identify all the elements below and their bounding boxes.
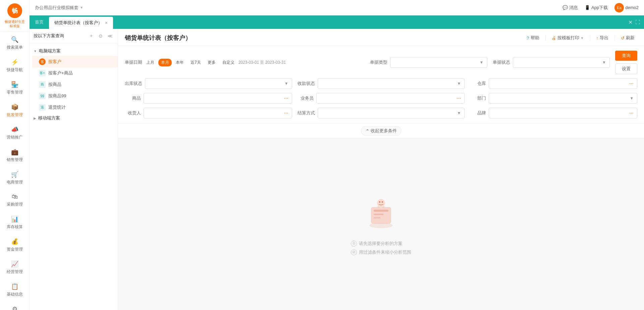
hint-num-1: ① (351, 241, 357, 247)
scheme-item-icon-sq2: 商 (39, 81, 46, 88)
logo-icon: 畅 (7, 3, 22, 18)
scheme-item-by-customer[interactable]: 客 按客户 (32, 56, 118, 67)
date-range-text: 2023-03-01 至 2023-03-31 (238, 60, 286, 65)
warehouse-control[interactable]: ··· (489, 78, 637, 89)
tab-active[interactable]: 销货单统计表（按客户） × (49, 17, 113, 29)
empty-hint-1: ① 请先选择要分析的方案 (351, 241, 411, 247)
filter-row-2: 出库状态 ▼ 收款状态 ▼ 仓库 (125, 78, 637, 89)
filter-item-date: 单据日期 上月 本月 本年 近7天 更多 自定义 2023-03-01 至 20… (125, 59, 242, 66)
payment-method-control[interactable]: ▼ (318, 108, 465, 118)
scheme-item-return-stats[interactable]: 退 退货统计 (32, 102, 118, 113)
scheme-item-by-product[interactable]: 商 按商品 (32, 79, 118, 90)
scheme-item-by-product99[interactable]: 99 按商品99 (32, 90, 118, 102)
settings-scheme-button[interactable]: ⊙ (97, 32, 104, 40)
out-status-arrow: ▼ (284, 81, 288, 86)
brand-dots[interactable]: ··· (629, 110, 634, 116)
sidebar-item-stock[interactable]: 📊 库存核算 (0, 211, 29, 234)
settings-button[interactable]: 设置 (615, 63, 637, 74)
sidebar-item-finance[interactable]: 💰 资金管理 (0, 234, 29, 256)
operations-icon: 📈 (11, 260, 18, 268)
filter-row-4: 收货人 ··· 结算方式 ▼ 品牌 (125, 108, 637, 118)
receiver-dots[interactable]: ··· (284, 110, 288, 116)
user-menu[interactable]: Ea demo2 (614, 3, 639, 12)
staff-label: 业务员 (298, 95, 314, 101)
staff-dots[interactable]: ··· (457, 95, 461, 101)
staff-control[interactable]: ··· (316, 93, 465, 104)
page-header: 销货单统计表（按客户） ? 帮助 🖨 按模板打印 ▼ ↑ (118, 29, 644, 46)
logo-area: 畅 畅捷通好生意标准版 (0, 0, 29, 32)
refresh-button[interactable]: ↺ 刷新 (618, 34, 637, 42)
scheme-tree: ▼ 电脑端方案 客 按客户 客+ 按客户+商品 商 (30, 43, 118, 126)
sidebar-item-ecommerce[interactable]: 🛒 电商管理 (0, 167, 29, 189)
date-btn-more[interactable]: 更多 (205, 59, 218, 66)
date-range-control[interactable]: 上月 本月 本年 近7天 更多 自定义 2023-03-01 至 2023-03… (144, 59, 286, 66)
close-window-icon[interactable]: ✕ (628, 19, 633, 25)
date-btn-this-year[interactable]: 本年 (173, 59, 186, 66)
company-selector[interactable]: 办公用品行业模拟账套 ▼ (35, 5, 83, 11)
scheme-item-by-customer-product[interactable]: 客+ 按客户+商品 (32, 67, 118, 79)
sidebar-item-retail[interactable]: 🏪 零售管理 (0, 77, 29, 99)
empty-state: ① 请先选择要分析的方案 ② 用过滤条件来缩小分析范围 (118, 139, 644, 310)
sidebar-item-marketing[interactable]: 📣 营销推广 (0, 122, 29, 144)
svg-point-5 (377, 199, 385, 207)
topbar-right: 💬 消息 📱 App下载 Ea demo2 (562, 3, 639, 12)
date-btn-custom[interactable]: 自定义 (220, 59, 237, 66)
date-btn-7days[interactable]: 近7天 (188, 59, 204, 66)
dept-control[interactable]: ▼ (489, 93, 637, 104)
receiver-control[interactable]: ··· (144, 108, 292, 118)
sidebar-item-quicknav[interactable]: ⚡ 快捷导航 (0, 54, 29, 77)
page-header-actions: ? 帮助 🖨 按模板打印 ▼ ↑ 导出 (524, 34, 637, 42)
sidebar-item-purchase[interactable]: 🛍 采购管理 (0, 189, 29, 211)
scheme-section-desktop-header[interactable]: ▼ 电脑端方案 (30, 46, 118, 56)
sidebar-item-basic[interactable]: 📋 基础信息 (0, 279, 29, 301)
template-print-button[interactable]: 🖨 按模板打印 ▼ (549, 34, 587, 42)
scheme-item-icon-active: 客 (39, 58, 46, 65)
doc-type-control[interactable]: ▼ (390, 57, 487, 68)
help-button[interactable]: ? 帮助 (524, 34, 542, 42)
tab-close-button[interactable]: × (105, 20, 108, 25)
scheme-item-icon-sq4: 退 (39, 104, 46, 111)
query-button[interactable]: 查询 (615, 51, 637, 61)
sidebar-item-search[interactable]: 🔍 搜索菜单 (0, 32, 29, 54)
svg-rect-4 (374, 217, 380, 218)
sidebar-item-sales[interactable]: 💼 销售管理 (0, 144, 29, 167)
marketing-icon: 📣 (11, 126, 18, 133)
warehouse-dots[interactable]: ··· (629, 81, 634, 87)
divider2 (590, 35, 590, 41)
add-scheme-button[interactable]: ＋ (88, 32, 95, 40)
doc-status-control[interactable]: ▼ (513, 57, 610, 68)
message-button[interactable]: 💬 消息 (562, 5, 578, 11)
app-download-button[interactable]: 📱 App下载 (585, 5, 608, 11)
doc-type-label: 单据类型 (370, 59, 387, 65)
export-button[interactable]: ↑ 导出 (594, 34, 611, 42)
sidebar-item-system[interactable]: ⚙ 系统管理 (0, 301, 29, 310)
tabs-wrapper: 首页 销货单统计表（按客户） × (30, 15, 628, 29)
product-control[interactable]: ··· (144, 93, 292, 104)
quicknav-icon: ⚡ (11, 58, 18, 66)
date-btn-last-month[interactable]: 上月 (144, 59, 157, 66)
product-dots[interactable]: ··· (284, 95, 288, 101)
payment-status-control[interactable]: ▼ (318, 78, 465, 89)
doc-status-arrow: ▼ (602, 60, 606, 65)
scheme-section-mobile: ▶ 移动端方案 (30, 113, 118, 123)
scheme-section-desktop-content: 客 按客户 客+ 按客户+商品 商 按商品 99 (30, 56, 118, 113)
retail-icon: 🏪 (11, 81, 18, 88)
date-btn-this-month[interactable]: 本月 (158, 59, 172, 66)
doc-status-label: 单据状态 (493, 59, 510, 65)
sidebar-item-operations[interactable]: 📈 经营管理 (0, 256, 29, 279)
brand-control[interactable]: ··· (489, 108, 637, 118)
divider3 (614, 35, 615, 41)
download-icon: 📱 (585, 5, 590, 10)
payment-status-arrow: ▼ (457, 81, 461, 86)
out-status-control[interactable]: ▼ (145, 78, 292, 89)
tabs-bar: 首页 销货单统计表（按客户） × ✕ ⛶ (30, 15, 644, 29)
maximize-icon[interactable]: ⛶ (635, 19, 640, 25)
collapse-bar: ⌃ 收起更多条件 (118, 123, 644, 139)
scheme-section-mobile-header[interactable]: ▶ 移动端方案 (30, 113, 118, 123)
collapse-panel-button[interactable]: ≪ (106, 32, 114, 40)
sidebar-item-wholesale[interactable]: 📦 批发管理 (0, 99, 29, 122)
tab-home[interactable]: 首页 (30, 15, 49, 29)
collapse-button[interactable]: ⌃ 收起更多条件 (361, 126, 401, 136)
collapse-label: 收起更多条件 (371, 128, 397, 134)
svg-rect-2 (374, 210, 388, 212)
